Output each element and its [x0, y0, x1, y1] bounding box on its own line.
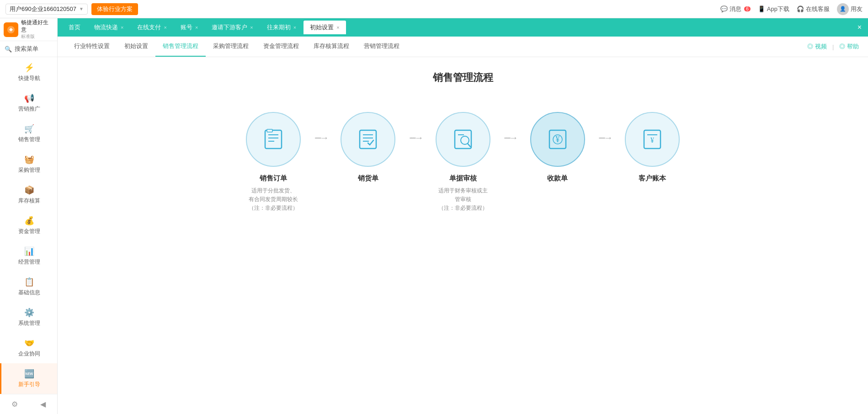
subtab-initial[interactable]: 初始设置 — [117, 37, 155, 57]
tab-payment[interactable]: 在线支付 × — [131, 21, 173, 34]
arrow-4: - - -→ — [599, 112, 611, 143]
flow-node-account[interactable]: ¥ 客户账本 — [611, 112, 693, 186]
sidebar-item-guide[interactable]: 🆕 新手引导 — [0, 363, 57, 394]
tab-close-period[interactable]: × — [293, 25, 296, 30]
video-link[interactable]: ◎ 视频 — [807, 42, 827, 51]
basic-icon: 📋 — [24, 277, 34, 287]
sidebar-item-sales[interactable]: 🛒 销售管理 — [0, 118, 57, 149]
top-bar-left: 用户690企业1660120507 ▼ 体验行业方案 — [5, 3, 138, 15]
sidebar-item-quick[interactable]: ⚡ 快捷导航 — [0, 57, 57, 88]
svg-text:¥: ¥ — [650, 136, 654, 144]
user-selector[interactable]: 用户690企业1660120507 ▼ — [5, 4, 88, 15]
help-link[interactable]: ◎ 帮助 — [839, 42, 859, 51]
headset-icon: 🎧 — [797, 5, 804, 12]
close-all-tabs-button[interactable]: × — [856, 21, 863, 33]
purchase-icon: 🧺 — [24, 154, 34, 165]
sales-icon: 🛒 — [24, 124, 34, 134]
audit-circle — [436, 112, 490, 167]
message-icon: 💬 — [720, 5, 728, 12]
sidebar-logo: 畅捷通好生意 标准版 — [0, 18, 57, 41]
settings-bottom-button[interactable]: ⚙ — [8, 398, 21, 410]
tab-logistics[interactable]: 物流快递 × — [88, 21, 130, 34]
logo-icon — [4, 22, 18, 37]
arrow-1: - - -→ — [314, 112, 327, 143]
top-bar: 用户690企业1660120507 ▼ 体验行业方案 💬 消息 6 📱 App下… — [0, 0, 868, 18]
sidebar-item-operation[interactable]: 📊 经营管理 — [0, 241, 57, 271]
receipt-circle: ¥ — [530, 112, 585, 167]
sales-invoice-label: 销货单 — [358, 174, 378, 183]
collapse-sidebar-button[interactable]: ◀ — [37, 398, 49, 410]
tab-close-account[interactable]: × — [195, 25, 198, 30]
sidebar-search-button[interactable]: 🔍 搜索菜单 — [0, 41, 57, 57]
tab-invite[interactable]: 邀请下游客户 × — [205, 21, 259, 34]
flow-node-sales-invoice[interactable]: 销货单 — [327, 112, 409, 186]
svg-rect-5 — [267, 129, 272, 132]
quick-nav-icon: ⚡ — [24, 63, 34, 73]
svg-rect-6 — [360, 130, 376, 149]
sidebar-item-basic[interactable]: 📋 基础信息 — [0, 271, 57, 302]
page-body: 销售管理流程 — [58, 57, 868, 414]
tab-period[interactable]: 往来期初 × — [261, 21, 303, 34]
tab-close-initial[interactable]: × — [336, 25, 339, 30]
logo-text: 畅捷通好生意 — [21, 19, 53, 33]
main-area: 畅捷通好生意 标准版 🔍 搜索菜单 ⚡ 快捷导航 📢 营销推广 — [0, 18, 868, 414]
tab-home[interactable]: 首页 — [62, 21, 87, 34]
flow-node-audit[interactable]: 单据审核 适用于财务审核或主管审核（注：非必要流程） — [422, 112, 504, 213]
svg-line-12 — [468, 143, 470, 147]
receipt-label: 收款单 — [547, 174, 568, 183]
flow-chart: 销售订单 适用于分批发货、有合同发货周期较长（注：非必要流程） - - -→ — [76, 112, 850, 213]
sidebar-item-inventory[interactable]: 📦 库存核算 — [0, 180, 57, 210]
sidebar-item-marketing[interactable]: 📢 营销推广 — [0, 88, 57, 118]
search-icon: 🔍 — [5, 46, 12, 53]
sidebar-bottom: ⚙ ◀ — [0, 394, 57, 414]
svg-text:¥: ¥ — [555, 135, 559, 144]
subtab-purchase-flow[interactable]: 采购管理流程 — [206, 37, 256, 57]
flow-node-receipt[interactable]: ¥ 收款单 — [517, 112, 599, 186]
system-icon: ⚙️ — [24, 308, 34, 318]
sub-tabs-right: ◎ 视频 | ◎ 帮助 — [807, 42, 859, 51]
tab-close-invite[interactable]: × — [250, 25, 253, 30]
sidebar-item-collab[interactable]: 🤝 企业协同 — [0, 333, 57, 363]
tab-account[interactable]: 账号 × — [174, 21, 204, 34]
nav-tabs: 首页 物流快递 × 在线支付 × 账号 × 邀请下游客户 × — [58, 18, 868, 37]
top-bar-right: 💬 消息 6 📱 App下载 🎧 在线客服 👤 用友 — [720, 3, 863, 15]
sales-order-desc: 适用于分批发货、有合同发货周期较长（注：非必要流程） — [249, 186, 298, 213]
subtab-marketing-flow[interactable]: 营销管理流程 — [357, 37, 407, 57]
arrow-2: - - -→ — [409, 112, 421, 143]
online-service-button[interactable]: 🎧 在线客服 — [797, 5, 830, 13]
download-icon: 📱 — [758, 5, 765, 12]
inventory-icon: 📦 — [24, 185, 34, 195]
right-content: 首页 物流快递 × 在线支付 × 账号 × 邀请下游客户 × — [58, 18, 868, 414]
audit-label: 单据审核 — [449, 174, 477, 183]
sidebar-nav: ⚡ 快捷导航 📢 营销推广 🛒 销售管理 🧺 采购管理 📦 库存核算 — [0, 57, 57, 394]
messages-button[interactable]: 💬 消息 6 — [720, 5, 751, 13]
account-label: 客户账本 — [639, 174, 666, 183]
sales-invoice-circle — [341, 112, 395, 167]
message-badge: 6 — [744, 6, 751, 11]
subtab-industry[interactable]: 行业特性设置 — [67, 37, 117, 57]
tab-close-logistics[interactable]: × — [121, 25, 123, 30]
flow-node-sales-order[interactable]: 销售订单 适用于分批发货、有合同发货周期较长（注：非必要流程） — [232, 112, 314, 213]
page-title: 销售管理流程 — [76, 71, 850, 85]
subtab-finance-flow[interactable]: 资金管理流程 — [256, 37, 306, 57]
sidebar-item-system[interactable]: ⚙️ 系统管理 — [0, 302, 57, 333]
chevron-down-icon: ▼ — [79, 6, 84, 11]
operation-icon: 📊 — [24, 246, 34, 256]
marketing-icon: 📢 — [24, 93, 34, 103]
audit-desc: 适用于财务审核或主管审核（注：非必要流程） — [438, 186, 488, 213]
collab-icon: 🤝 — [24, 338, 34, 348]
logo-tag: 标准版 — [21, 33, 53, 40]
avatar: 👤 — [837, 3, 849, 15]
app-download-button[interactable]: 📱 App下载 — [758, 5, 789, 13]
subtab-inventory-flow[interactable]: 库存核算流程 — [306, 37, 357, 57]
user-profile-button[interactable]: 👤 用友 — [837, 3, 863, 15]
svg-rect-1 — [265, 130, 282, 149]
trial-button[interactable]: 体验行业方案 — [91, 3, 138, 15]
account-circle: ¥ — [625, 112, 680, 167]
sidebar-item-finance[interactable]: 💰 资金管理 — [0, 210, 57, 241]
tab-initial-setup[interactable]: 初始设置 × — [304, 21, 346, 34]
tab-close-payment[interactable]: × — [164, 25, 166, 30]
sidebar-item-purchase[interactable]: 🧺 采购管理 — [0, 149, 57, 180]
sidebar: 畅捷通好生意 标准版 🔍 搜索菜单 ⚡ 快捷导航 📢 营销推广 — [0, 18, 58, 414]
subtab-sales-flow[interactable]: 销售管理流程 — [155, 37, 206, 57]
